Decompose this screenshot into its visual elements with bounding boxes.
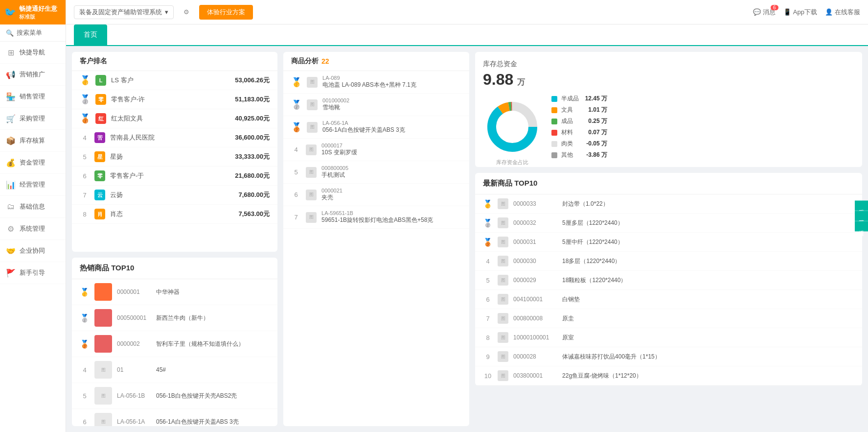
message-badge: 6 [771,5,778,10]
newest-product-row[interactable]: 🥇 图 0000033 封边带（1.0*22） [475,194,862,214]
sidebar-item-shortcuts[interactable]: ⊞ 快捷导航 [0,42,66,64]
collab-icon: 🤝 [6,246,16,256]
newest-product-img: 图 [498,256,508,266]
newest-product-row[interactable]: 8 图 10000100001 原室 [475,328,862,347]
phone-icon: 📱 [783,8,791,16]
donut-area: 库存资金占比 半成品 12.45 万 文具 1.01 万 成品 0.25 万 材… [483,95,854,159]
float-btn-live[interactable]: 直播 [855,221,868,232]
sidebar-logo: 🐦 畅捷通好生意 标准版 [0,0,66,24]
header-right: 💬 消息 6 📱 App下载 👤 在线客服 [753,8,860,17]
product-ranking-row[interactable]: 4 图 0000017 10S 变刷罗缓 [283,139,469,161]
purchase-icon: 🛒 [6,114,16,123]
customer-name: 云扬 [110,191,233,199]
svg-point-5 [498,112,527,142]
inventory-legend: 半成品 12.45 万 文具 1.01 万 成品 0.25 万 材料 0.07 … [551,95,607,159]
product-img-placeholder: 图 [307,122,318,133]
tab-home[interactable]: 首页 [74,24,107,45]
finance-icon: 💰 [6,158,16,168]
newest-product-img: 图 [498,237,508,247]
sales-icon: 🏪 [6,92,16,101]
system-selector[interactable]: 装备及固定资产辅助管理系统 ▾ [74,5,174,19]
product-ranking-row[interactable]: 5 图 000800005 手机测试 [283,161,469,184]
legend-color [551,107,557,113]
mid-panel: 商品分析 22 🥇 图 LA-089 电池盖 LA-089 ABS本色+黑种 7… [283,46,469,432]
newest-product-row[interactable]: 5 图 0000029 18颗粒板（1220*2440） [475,271,862,290]
sidebar-search[interactable]: 🔍 搜索菜单 [0,24,66,42]
hot-product-row[interactable]: 🥈 000500001 新西兰牛肉（新牛） [72,305,277,331]
newest-product-row[interactable]: 4 图 0000030 18多层（1220*2440） [475,252,862,271]
sidebar-item-purchase[interactable]: 🛒 采购管理 [0,108,66,130]
hot-product-row[interactable]: 🥉 0000002 智利车子里（规格不知道填什么） [72,331,277,357]
customer-ranking-row[interactable]: 6 零 零售客户-于 21,680.00元 [72,167,277,186]
product-image-placeholder: 图 [94,387,112,405]
customer-ranking-card: 客户排名 🥇 L LS 客户 53,006.26元 🥈 零 零售客户-许 51,… [72,52,277,252]
newest-product-row[interactable]: 🥈 图 0000032 5厘多层（1220*2440） [475,214,862,233]
right-panel: 库存总资金 9.88 万 [469,46,868,432]
legend-color [551,152,557,158]
sidebar-item-sales[interactable]: 🏪 销售管理 [0,86,66,108]
newest-product-row[interactable]: 7 图 000800008 原圭 [475,309,862,328]
sidebar-item-marketing[interactable]: 📢 营销推广 [0,64,66,86]
service-icon: 👤 [825,8,833,16]
product-img-placeholder: 图 [306,212,317,223]
customer-ranking-row[interactable]: 7 云 云扬 7,680.00元 [72,186,277,205]
sidebar-item-basics[interactable]: 🗂 基础信息 [0,196,66,218]
settings-button[interactable]: ⚙ [180,5,193,19]
donut-label: 库存资金占比 [496,159,528,166]
product-image [94,309,112,327]
product-ranking-row[interactable]: 7 图 LA-59651-1B 59651-1B旋转投影灯电池盒ABS黑色+58… [283,206,469,229]
product-ranking-list: 🥇 图 LA-089 电池盖 LA-089 ABS本色+黑种 7.1克 🥈 图 … [283,71,469,229]
customer-name: 红太阳文具 [111,114,230,123]
hot-products-list: 🥇 0000001 中华神器 🥈 000500001 新西兰牛肉（新牛） 🥉 0… [72,279,277,426]
float-btn-community[interactable]: 服务社区 [855,211,868,221]
newest-product-row[interactable]: 🥉 图 0000031 5厘中纤（1220*2440） [475,233,862,252]
sidebar-item-collab[interactable]: 🤝 企业协同 [0,240,66,262]
newest-products-card: 最新商品 TOP10 🥇 图 0000033 封边带（1.0*22） 🥈 图 0… [475,173,862,385]
customer-name: 肖态 [110,210,233,218]
customer-ranking-row[interactable]: 🥉 红 红太阳文具 40,925.00元 [72,109,277,128]
operations-icon: 📊 [6,180,16,190]
inventory-amount: 9.88 万 [483,71,854,89]
left-panel: 客户排名 🥇 L LS 客户 53,006.26元 🥈 零 零售客户-许 51,… [66,46,283,432]
inventory-icon: 📦 [6,136,16,145]
newest-product-row[interactable]: 6 图 004100001 白钢垫 [475,290,862,309]
legend-item: 其他 -3.86 万 [551,151,607,159]
sidebar-item-finance[interactable]: 💰 资金管理 [0,152,66,174]
hot-product-row[interactable]: 🥇 0000001 中华神器 [72,279,277,305]
customer-ranking-row[interactable]: 🥈 零 零售客户-许 51,183.00元 [72,90,277,109]
message-button[interactable]: 💬 消息 6 [753,8,776,17]
customer-amount: 51,183.00元 [235,95,270,104]
product-ranking-row[interactable]: 6 图 0000021 夹壳 [283,184,469,206]
sidebar-item-guide[interactable]: 🚩 新手引导 [0,262,66,284]
customer-name: 苦南县人民医院 [110,133,230,142]
product-ranking-row[interactable]: 🥈 图 001000002 雪地靴 [283,94,469,116]
basics-icon: 🗂 [6,202,16,212]
customer-amount: 7,680.00元 [238,191,270,199]
customer-ranking-list: 🥇 L LS 客户 53,006.26元 🥈 零 零售客户-许 51,183.0… [72,71,277,224]
sidebar-item-system[interactable]: ⚙ 系统管理 [0,218,66,240]
newest-title: 最新商品 TOP10 [475,173,862,194]
online-service-button[interactable]: 👤 在线客服 [825,8,860,17]
legend-color [551,96,557,102]
hot-product-row[interactable]: 5 图 LA-056-1B 056-1B白色按键开关壳ABS2壳 [72,383,277,409]
hot-product-row[interactable]: 4 图 01 45# [72,357,277,383]
app-download-button[interactable]: 📱 App下载 [783,8,817,17]
trial-button[interactable]: 体验行业方案 [199,5,253,20]
sidebar-item-inventory[interactable]: 📦 库存核算 [0,130,66,152]
newest-product-row[interactable]: 9 图 0000028 体诫嘉枝味苏打饮品400毫升（1*15） [475,347,862,366]
tab-bar: 首页 [66,24,868,46]
float-btn-service[interactable]: 客服热线 [855,201,868,211]
customer-ranking-row[interactable]: 5 星 星扬 33,333.00元 [72,147,277,167]
hot-products-card: 热销商品 TOP10 🥇 0000001 中华神器 🥈 000500001 新西… [72,258,277,426]
sidebar-item-operations[interactable]: 📊 经营管理 [0,174,66,196]
product-ranking-row[interactable]: 🥇 图 LA-089 电池盖 LA-089 ABS本色+黑种 7.1克 [283,71,469,94]
newest-product-img: 图 [498,313,508,324]
customer-ranking-row[interactable]: 8 肖 肖态 7,563.00元 [72,205,277,224]
customer-ranking-row[interactable]: 4 苦 苦南县人民医院 36,600.00元 [72,128,277,147]
system-icon: ⚙ [6,224,16,234]
customer-ranking-row[interactable]: 🥇 L LS 客户 53,006.26元 [72,71,277,90]
product-ranking-row[interactable]: 🥉 图 LA-056-1A 056-1A白色按键开关盖ABS 3克 [283,116,469,139]
customer-ranking-title: 客户排名 [72,52,277,71]
newest-product-row[interactable]: 10 图 003800001 22g鱼豆腐-烧烤味（1*12*20） [475,366,862,385]
hot-product-row[interactable]: 6 图 LA-056-1A 056-1A白色按键开关盖ABS 3壳 [72,409,277,426]
